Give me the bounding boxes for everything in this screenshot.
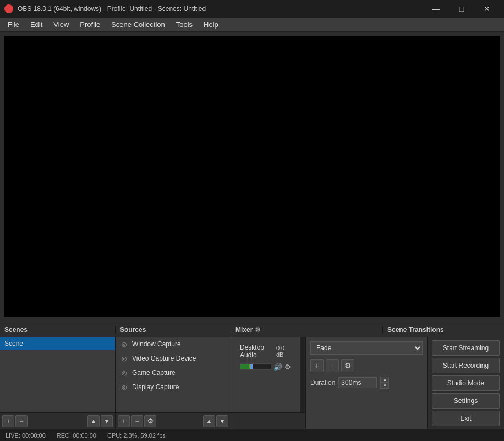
menu-scene-collection[interactable]: Scene Collection: [106, 18, 171, 31]
source-game-capture[interactable]: ◎ Game Capture: [116, 366, 231, 380]
duration-label: Duration: [310, 379, 335, 386]
transitions-settings-button[interactable]: ⚙: [341, 359, 354, 372]
transitions-content: Fade Cut Swipe Slide + − ⚙ Duration: [306, 337, 427, 429]
maximize-button[interactable]: □: [449, 0, 474, 18]
mixer-panel: Desktop Audio 0.0 dB 🔊 ⚙: [231, 337, 306, 429]
preview-canvas: [4, 36, 500, 317]
mixer-icons: 🔊 ⚙: [273, 363, 291, 371]
scenes-down-button[interactable]: ▼: [101, 415, 113, 427]
obs-icon: [4, 4, 13, 13]
left-panels: Scene + − ▲ ▼ ◎ Window Capture: [0, 337, 427, 429]
titlebar: OBS 18.0.1 (64bit, windows) - Profile: U…: [0, 0, 504, 18]
transitions-remove-button[interactable]: −: [326, 359, 339, 372]
scenes-panel: Scene + − ▲ ▼: [0, 337, 116, 429]
scenes-add-button[interactable]: +: [2, 415, 14, 427]
cpu-status: CPU: 2.3%, 59.02 fps: [107, 432, 166, 439]
sources-remove-button[interactable]: −: [131, 415, 143, 427]
menu-file[interactable]: File: [2, 18, 25, 31]
mixer-toolbar: [231, 412, 305, 429]
duration-down-button[interactable]: ▼: [380, 383, 389, 389]
source-icon-video: ◎: [120, 354, 129, 363]
menu-view[interactable]: View: [48, 18, 74, 31]
sources-toolbar: + − ⚙ ▲ ▼: [116, 412, 231, 429]
mixer-mute-button[interactable]: 🔊: [273, 363, 282, 371]
mixer-channel-name: Desktop Audio: [240, 344, 276, 359]
sources-down-button[interactable]: ▼: [216, 415, 228, 427]
studio-mode-button[interactable]: Studio Mode: [432, 375, 500, 391]
menu-profile[interactable]: Profile: [74, 18, 106, 31]
sources-list: ◎ Window Capture ◎ Video Capture Device …: [116, 337, 231, 412]
live-status: LIVE: 00:00:00: [6, 432, 46, 439]
sources-header: Sources: [116, 326, 231, 334]
transitions-header: Scene Transitions: [383, 326, 504, 334]
source-icon-game: ◎: [120, 368, 129, 377]
settings-button[interactable]: Settings: [432, 393, 500, 409]
right-buttons: Start Streaming Start Recording Studio M…: [427, 337, 504, 429]
mixer-fader-knob: [250, 364, 253, 369]
window-title: OBS 18.0.1 (64bit, windows) - Profile: U…: [18, 5, 206, 13]
mixer-channels: Desktop Audio 0.0 dB 🔊 ⚙: [231, 337, 300, 412]
exit-button[interactable]: Exit: [432, 411, 500, 426]
mixer-settings-button[interactable]: ⚙: [284, 363, 291, 371]
menu-tools[interactable]: Tools: [171, 18, 198, 31]
statusbar: LIVE: 00:00:00 REC: 00:00:00 CPU: 2.3%, …: [0, 429, 504, 441]
mixer-channel-top: Desktop Audio 0.0 dB: [240, 344, 291, 359]
scenes-list: Scene: [0, 337, 115, 412]
mixer-header: Mixer ⚙: [231, 326, 383, 334]
window-controls: — □ ✕: [424, 0, 500, 18]
duration-input[interactable]: [338, 377, 377, 388]
mixer-scrollbar[interactable]: [300, 337, 305, 412]
panels-wrapper: Scene + − ▲ ▼ ◎ Window Capture: [0, 337, 504, 429]
source-icon-window: ◎: [120, 340, 129, 349]
start-streaming-button[interactable]: Start Streaming: [432, 340, 500, 356]
mixer-fader[interactable]: [240, 363, 271, 370]
scenes-header: Scenes: [0, 326, 116, 334]
scenes-toolbar: + − ▲ ▼: [0, 412, 115, 429]
panel-headers: Scenes Sources Mixer ⚙ Scene Transitions: [0, 322, 504, 337]
duration-row: Duration ▲ ▼: [310, 377, 423, 389]
duration-up-button[interactable]: ▲: [380, 377, 389, 383]
transitions-add-button[interactable]: +: [310, 359, 324, 372]
source-video-capture[interactable]: ◎ Video Capture Device: [116, 351, 231, 366]
mixer-bar-container: 🔊 ⚙: [240, 361, 291, 372]
duration-spinner: ▲ ▼: [380, 377, 389, 389]
sources-up-button[interactable]: ▲: [203, 415, 215, 427]
sources-panel: ◎ Window Capture ◎ Video Capture Device …: [116, 337, 231, 429]
transitions-select[interactable]: Fade Cut Swipe Slide: [310, 341, 423, 355]
mixer-channel-db: 0.0 dB: [276, 345, 291, 358]
menu-edit[interactable]: Edit: [25, 18, 48, 31]
source-icon-display: ◎: [120, 383, 129, 391]
mixer-channel-desktop: Desktop Audio 0.0 dB 🔊 ⚙: [235, 340, 295, 375]
menu-help[interactable]: Help: [198, 18, 224, 31]
sources-settings-button[interactable]: ⚙: [144, 415, 156, 427]
close-button[interactable]: ✕: [474, 0, 500, 18]
scenes-up-button[interactable]: ▲: [87, 415, 100, 427]
source-display-capture[interactable]: ◎ Display Capture: [116, 380, 231, 394]
minimize-button[interactable]: —: [424, 0, 449, 18]
scenes-remove-button[interactable]: −: [15, 415, 28, 427]
transitions-panel: Fade Cut Swipe Slide + − ⚙ Duration: [306, 337, 427, 429]
rec-status: REC: 00:00:00: [57, 432, 96, 439]
sources-add-button[interactable]: +: [118, 415, 130, 427]
scene-item[interactable]: Scene: [0, 337, 115, 350]
mixer-scroll-area: Desktop Audio 0.0 dB 🔊 ⚙: [231, 337, 305, 412]
menubar: File Edit View Profile Scene Collection …: [0, 18, 504, 32]
source-window-capture[interactable]: ◎ Window Capture: [116, 337, 231, 351]
mixer-gear-icon[interactable]: ⚙: [255, 326, 261, 334]
transitions-controls: + − ⚙: [310, 359, 423, 372]
start-recording-button[interactable]: Start Recording: [432, 358, 500, 373]
titlebar-left: OBS 18.0.1 (64bit, windows) - Profile: U…: [4, 4, 206, 13]
bottom-panel: Scenes Sources Mixer ⚙ Scene Transitions…: [0, 322, 504, 429]
